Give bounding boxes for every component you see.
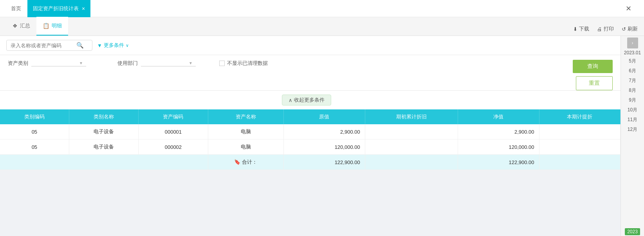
cell-cat-name: 电子设备 (69, 139, 138, 155)
total-period-dep (539, 155, 620, 170)
month-5[interactable]: 5月 (621, 56, 644, 66)
more-conditions-label: 更多条件 (104, 42, 124, 49)
cell-cat-name: 电子设备 (69, 124, 138, 139)
cell-asset-name: 电脑 (208, 139, 284, 155)
refresh-icon: ↺ (622, 26, 626, 32)
tab-label: 固定资产折旧统计表 (33, 5, 79, 12)
print-icon: 🖨 (597, 26, 602, 32)
cell-net-value: 2,900.00 (458, 124, 539, 139)
cell-initial-acc (365, 139, 458, 155)
active-tab: 固定资产折旧统计表 × (27, 0, 90, 17)
collapse-label: 收起更多条件 (294, 97, 325, 104)
action-buttons: 查询 重置 (573, 60, 613, 90)
month-10[interactable]: 10月 (621, 105, 644, 115)
table-total-row: 🔖合计： 122,900.00 122,900.00 (0, 155, 621, 170)
print-label: 打印 (604, 25, 614, 32)
col-category-code: 类别编码 (0, 109, 69, 124)
asset-category-label: 资产类别 (8, 60, 28, 67)
print-btn[interactable]: 🖨 打印 (597, 25, 614, 32)
sub-tab-bar: ❖ 汇总 📋 明细 ⬇ 下载 🖨 打印 ↺ 刷新 (0, 17, 644, 36)
refresh-btn[interactable]: ↺ 刷新 (622, 25, 638, 32)
cell-asset-code: 000001 (139, 124, 208, 139)
month-8[interactable]: 8月 (621, 86, 644, 95)
table-row: 05 电子设备 000002 电脑 120,000.00 120,000.00 (0, 139, 621, 155)
department-item: 使用部门 ▼ (117, 60, 196, 67)
detail-icon: 📋 (43, 23, 49, 29)
month-12[interactable]: 12月 (621, 125, 644, 134)
col-period-depreciation: 本期计提折 (539, 109, 620, 124)
collapse-bar: ∧ 收起更多条件 (0, 91, 644, 109)
home-nav-item[interactable]: 首页 (6, 5, 26, 12)
cell-cat-code: 05 (0, 139, 69, 155)
col-asset-name: 资产名称 (208, 109, 284, 124)
date-year-label: 2023.01 (624, 50, 641, 55)
window-close-btn[interactable]: ✕ (619, 4, 638, 13)
col-category-name: 类别名称 (69, 109, 138, 124)
table-row: 05 电子设备 000001 电脑 2,900.00 2,900.00 (0, 124, 621, 139)
cell-cat-code: 05 (0, 124, 69, 139)
cell-period-dep (539, 124, 620, 139)
total-initial-acc (365, 155, 458, 170)
download-icon: ⬇ (573, 26, 577, 32)
download-label: 下载 (579, 25, 589, 32)
department-arrow: ▼ (189, 61, 193, 65)
month-6[interactable]: 6月 (621, 66, 644, 76)
month-7[interactable]: 7月 (621, 76, 644, 86)
department-label: 使用部门 (117, 60, 138, 67)
search-wrap: 🔍 (6, 40, 92, 51)
date-panel: › 2023.01 5月 6月 7月 8月 9月 10月 11月 12月 202… (621, 36, 644, 236)
filter-bar: 🔍 ▼ 更多条件 ∨ (0, 36, 644, 55)
cell-original-value: 2,900.00 (284, 124, 365, 139)
total-label-cell (0, 155, 208, 170)
collapse-btn[interactable]: ∧ 收起更多条件 (282, 95, 331, 105)
cell-asset-name: 电脑 (208, 124, 284, 139)
month-11[interactable]: 11月 (621, 115, 644, 125)
no-cleared-item: 不显示已清理数据 (219, 60, 268, 67)
refresh-label: 刷新 (628, 25, 638, 32)
total-original-value: 122,900.00 (284, 155, 365, 170)
asset-category-select[interactable]: ▼ (31, 60, 86, 66)
table-header-row: 类别编码 类别名称 资产编码 资产名称 原值 期初累计折旧 净值 本期计提折 (0, 109, 621, 124)
conditions-panel: 资产类别 ▼ 使用部门 ▼ 不显示已清理数据 查询 重置 (0, 55, 644, 91)
cell-asset-code: 000002 (139, 139, 208, 155)
cell-net-value: 120,000.00 (458, 139, 539, 155)
total-net-value: 122,900.00 (458, 155, 539, 170)
query-btn[interactable]: 查询 (573, 60, 613, 73)
toolbar-right: ⬇ 下载 🖨 打印 ↺ 刷新 (573, 25, 638, 36)
date-arrow-btn[interactable]: › (627, 38, 638, 48)
tab-summary[interactable]: ❖ 汇总 (6, 17, 36, 36)
tab-summary-label: 汇总 (20, 22, 30, 29)
data-table-wrap: 类别编码 类别名称 资产编码 资产名称 原值 期初累计折旧 净值 本期计提折 0… (0, 109, 644, 170)
col-original-value: 原值 (284, 109, 365, 124)
month-9[interactable]: 9月 (621, 95, 644, 105)
reset-btn[interactable]: 重置 (576, 76, 613, 90)
col-asset-code: 资产编码 (139, 109, 208, 124)
tab-detail[interactable]: 📋 明细 (36, 17, 68, 36)
col-net-value: 净值 (458, 109, 539, 124)
no-cleared-label: 不显示已清理数据 (227, 60, 268, 67)
more-conditions-btn[interactable]: ▼ 更多条件 ∨ (97, 42, 129, 49)
asset-category-arrow: ▼ (79, 61, 83, 65)
asset-category-item: 资产类别 ▼ (8, 60, 86, 67)
total-label: 🔖合计： (208, 155, 284, 170)
cell-period-dep (539, 139, 620, 155)
data-table: 类别编码 类别名称 资产编码 资产名称 原值 期初累计折旧 净值 本期计提折 0… (0, 109, 621, 170)
summary-icon: ❖ (13, 23, 18, 29)
cell-initial-acc (365, 124, 458, 139)
search-input[interactable] (11, 43, 73, 48)
filter-icon: ▼ (97, 43, 102, 48)
top-nav-bar: 首页 固定资产折旧统计表 × ✕ (0, 0, 644, 17)
cell-original-value: 120,000.00 (284, 139, 365, 155)
download-btn[interactable]: ⬇ 下载 (573, 25, 589, 32)
year-badge[interactable]: 2023 (625, 228, 640, 235)
department-select[interactable]: ▼ (141, 60, 196, 66)
chevron-down-icon: ∨ (126, 43, 129, 48)
search-icon: 🔍 (76, 42, 84, 49)
tab-detail-label: 明细 (52, 22, 62, 29)
col-initial-accumulated: 期初累计折旧 (365, 109, 458, 124)
tab-close-btn[interactable]: × (82, 6, 85, 11)
no-cleared-checkbox[interactable] (219, 61, 225, 66)
collapse-arrow-icon: ∧ (289, 97, 292, 103)
